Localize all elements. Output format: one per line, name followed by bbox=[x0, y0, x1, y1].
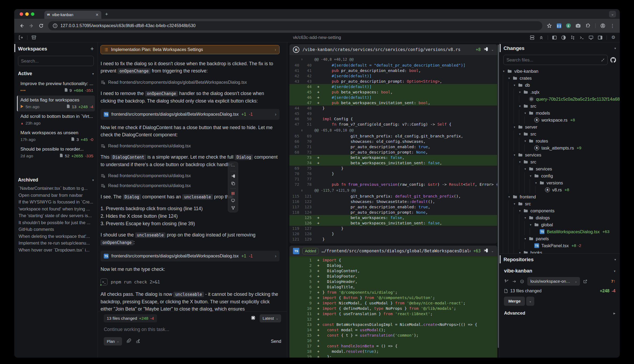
diff-line[interactable]: 4549 bbox=[289, 111, 497, 116]
file-change-card[interactable]: TS frontend/src/components/dialogs/globa… bbox=[101, 109, 280, 120]
archived-workspace-item[interactable]: Open command bar from navbar bbox=[14, 192, 98, 199]
reload-icon[interactable] bbox=[38, 23, 44, 28]
panel-left-icon[interactable] bbox=[552, 35, 557, 40]
attach-icon[interactable] bbox=[126, 338, 131, 344]
terminal-icon[interactable] bbox=[579, 35, 585, 40]
active-section-header[interactable]: Active ▾ bbox=[14, 69, 98, 79]
files-changed-chip[interactable]: 13 files changed +248 -4 bbox=[104, 314, 157, 322]
diff-line[interactable]: 125+ beta_workspaces: false, bbox=[289, 215, 497, 220]
diff-line[interactable]: 74+ beta_workspaces_invitation_sent: fal… bbox=[289, 160, 497, 166]
diff-line[interactable]: 47+ pub beta_workspaces_invitation_sent:… bbox=[289, 100, 497, 105]
theme-contrast-icon[interactable] bbox=[561, 35, 566, 40]
tree-folder-row[interactable]: ▾db bbox=[503, 82, 620, 89]
terminal-command-chip[interactable]: >_ pnpm run check 2>&1 bbox=[101, 278, 280, 285]
advanced-row[interactable]: Advanced ▸ bbox=[500, 306, 620, 316]
diff-line[interactable]: 6771 pr_auto_description_enabled: true, bbox=[289, 144, 497, 150]
open-in-vscode-icon[interactable] bbox=[483, 47, 488, 53]
diff-line[interactable]: 121129} bbox=[289, 236, 497, 242]
diff-line[interactable]: 6569 git_branch_prefix: old_config.git_b… bbox=[289, 133, 497, 139]
diff-line[interactable]: 7177 bbox=[289, 176, 497, 182]
diff-line[interactable]: 1+import { bbox=[289, 257, 497, 263]
macos-zoom-button[interactable] bbox=[31, 12, 34, 16]
diff-line[interactable]: 7+} from '@/components/ui/dialog'; bbox=[289, 290, 497, 295]
archive-icon[interactable] bbox=[31, 35, 37, 40]
mode-dropdown[interactable]: Plan ⌄ bbox=[104, 337, 122, 345]
diff-line[interactable]: 16+ bbox=[289, 338, 497, 343]
hunk-header[interactable]: ↕@@ -115,7 +121,9 @@ bbox=[289, 187, 497, 194]
tree-folder-row[interactable]: ▾services bbox=[503, 165, 620, 172]
diff-line[interactable]: 3+ DialogContent, bbox=[289, 268, 497, 274]
extensions-puzzle-icon[interactable] bbox=[585, 23, 591, 28]
workspace-item[interactable]: Add beta flag for workspaces5m ago13+248… bbox=[17, 96, 95, 111]
tree-file-row[interactable]: TSBetaWorkspacesDialog.tsx+63 bbox=[503, 228, 620, 235]
diff-line[interactable]: 44+ #[serde(default)] bbox=[289, 84, 497, 89]
diff-line[interactable]: 116122 showcases: ShowcaseState::default… bbox=[289, 199, 497, 204]
copy-icon[interactable] bbox=[231, 181, 235, 186]
back-icon[interactable] bbox=[19, 23, 24, 28]
archived-workspace-item[interactable]: If the WYSIWYG is focussed in `Cre... bbox=[14, 199, 98, 206]
add-workspace-button[interactable]: + bbox=[90, 45, 94, 52]
rows-layout-icon[interactable] bbox=[529, 35, 535, 40]
diff-line[interactable]: 14+ const modal = useModal(); bbox=[289, 327, 497, 333]
diff-line[interactable]: 11+import { useTranslation } from 'react… bbox=[289, 311, 497, 316]
file-change-card[interactable]: TS frontend/src/components/dialogs/globa… bbox=[101, 251, 280, 261]
diff-line[interactable]: 4448} bbox=[289, 105, 497, 111]
extension-icon-blue[interactable]: ❙❙ bbox=[557, 23, 561, 28]
collapse-chevron-icon[interactable]: ⌄ bbox=[491, 48, 494, 52]
diff-line[interactable]: 117123 pr_auto_description_enabled: true… bbox=[289, 204, 497, 210]
tree-folder-row[interactable]: ▾server bbox=[503, 123, 620, 130]
target-icon[interactable] bbox=[520, 279, 525, 284]
tool-read-chip[interactable]: Read frontend/src/components/ui/dialog.t… bbox=[101, 173, 280, 178]
github-icon[interactable] bbox=[610, 57, 616, 63]
chevron-down-icon[interactable]: ▾ bbox=[614, 46, 616, 50]
tree-folder-row[interactable]: ▾models bbox=[503, 110, 620, 117]
file-search-input[interactable] bbox=[506, 57, 599, 63]
spark-icon[interactable] bbox=[250, 315, 256, 322]
version-dropdown[interactable]: Latest ⌄ bbox=[260, 314, 281, 322]
monitor-icon[interactable] bbox=[231, 198, 235, 203]
profile-icon[interactable] bbox=[600, 23, 606, 28]
diff-line[interactable]: 7076 } bbox=[289, 171, 497, 176]
bookmark-star-icon[interactable] bbox=[547, 23, 552, 28]
scrollbar[interactable] bbox=[498, 45, 499, 348]
diff-line[interactable]: 9+import NiceModal, { useModal } from '@… bbox=[289, 300, 497, 306]
diff-line[interactable]: 4650impl Config { bbox=[289, 116, 497, 122]
archived-workspace-item[interactable]: When hover over `Dropdown.tsx` i... bbox=[14, 247, 98, 254]
panel-right-icon[interactable] bbox=[597, 35, 603, 40]
diff-line[interactable]: 5+ DialogHeader, bbox=[289, 279, 497, 284]
conversation-scroll[interactable]: Implementation Plan: Beta Workspaces Set… bbox=[98, 42, 287, 311]
diff-line[interactable]: 4343 pub pr_auto_description_prompt: Opt… bbox=[289, 79, 497, 84]
tree-file-row[interactable]: Rv8.rs+8 bbox=[503, 186, 620, 193]
archived-workspace-item[interactable]: GitHub comments bbox=[14, 226, 98, 233]
diff-line[interactable]: 4751 fn from_v7_config(old_config: v7::C… bbox=[289, 122, 497, 127]
more-options-icon[interactable]: ⋯ bbox=[231, 164, 235, 169]
tree-folder-row[interactable]: ▾versions bbox=[503, 179, 620, 186]
diff-line[interactable]: 6872 pr_auto_description_prompt: None, bbox=[289, 150, 497, 155]
send-button[interactable]: Send bbox=[271, 339, 281, 344]
settings-gear-icon[interactable]: ⚙ bbox=[611, 35, 616, 40]
open-in-ide-icon[interactable] bbox=[18, 35, 23, 40]
browser-menu-icon[interactable]: ⋮ bbox=[610, 23, 615, 29]
archived-workspace-item[interactable]: The 'starting' state of dev servers is..… bbox=[14, 212, 98, 219]
diff-line[interactable]: 115121 git_branch_prefix: default_git_br… bbox=[289, 194, 497, 199]
archived-workspace-item[interactable]: Implement the re-run setup/cleanu... bbox=[14, 240, 98, 247]
forward-icon[interactable] bbox=[29, 23, 34, 28]
diff-body[interactable]: ↑@@ -40,8 +40,12 @@4040 #[serde(default … bbox=[289, 55, 497, 243]
tree-folder-row[interactable]: ▾components bbox=[503, 207, 620, 214]
tree-folder-row[interactable]: ▾src bbox=[503, 158, 620, 165]
tree-folder-row[interactable]: ▾config bbox=[503, 172, 620, 179]
tree-folder-row[interactable]: ▾routes bbox=[503, 137, 620, 144]
tab-list-chevron-icon[interactable]: ⌄ bbox=[609, 11, 616, 17]
workspace-item[interactable]: Improve the preview functionality: ...••… bbox=[17, 79, 95, 95]
diff-line[interactable]: 118124 pr_auto_description_prompt: None, bbox=[289, 210, 497, 215]
arrow-right-icon[interactable] bbox=[512, 279, 517, 284]
diff-line[interactable]: 46+ #[serde(default)] bbox=[289, 95, 497, 100]
tree-folder-row[interactable]: ▾services bbox=[503, 151, 620, 158]
archived-section-header[interactable]: Archived ▾ bbox=[14, 175, 98, 185]
collapse-tree-icon[interactable] bbox=[601, 58, 605, 62]
tree-file-row[interactable]: TSTaskPanel.tsx+8-2 bbox=[503, 242, 620, 249]
git-graph-icon[interactable] bbox=[504, 279, 509, 284]
tab-close-icon[interactable]: ✕ bbox=[95, 13, 99, 17]
diff-line[interactable]: 7278 pub fn from_previous_version(raw_co… bbox=[289, 182, 497, 187]
archived-workspace-item[interactable]: When deleting the workspace that'... bbox=[14, 233, 98, 240]
